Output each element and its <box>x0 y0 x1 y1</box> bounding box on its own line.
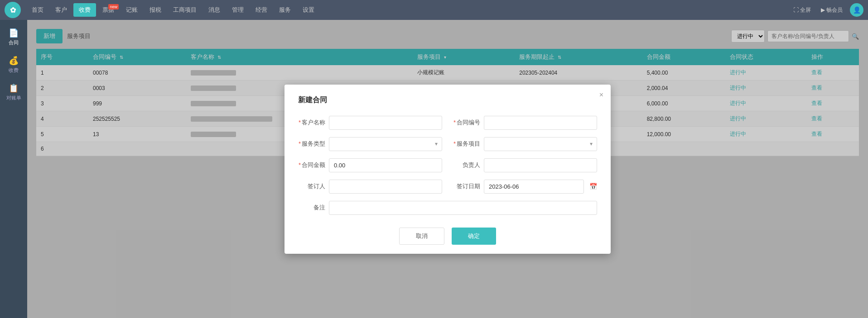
nav-message[interactable]: 消息 <box>203 3 226 17</box>
service-type-label: 服务类型 <box>298 140 325 148</box>
field-responsible: 负责人 <box>453 158 597 172</box>
nav-tax[interactable]: 报税 <box>144 3 167 17</box>
signer-label: 签订人 <box>298 182 325 190</box>
service-item-wrapper <box>484 137 597 151</box>
top-right-tools: ⛶ 全屏 ▶ 畅会员 👤 <box>791 3 863 17</box>
service-type-wrapper <box>329 137 442 151</box>
app-logo: ✿ <box>5 2 21 18</box>
sidebar-item-contract[interactable]: 📄 合同 <box>1 24 26 50</box>
modal-overlay: × 新建合同 客户名称 合同编号 服务类型 <box>27 20 868 318</box>
sign-date-input[interactable] <box>484 180 584 194</box>
fullscreen-button[interactable]: ⛶ 全屏 <box>791 5 814 15</box>
field-service-item: 服务项目 <box>453 137 597 151</box>
nav-fee[interactable]: 收费 <box>73 3 96 17</box>
field-sign-date: 签订日期 📅 <box>453 180 597 194</box>
nav-biz[interactable]: 工商项目 <box>168 3 202 17</box>
contract-no-input[interactable] <box>484 116 597 130</box>
calendar-icon[interactable]: 📅 <box>589 183 597 190</box>
statement-icon: 📋 <box>9 83 19 93</box>
contract-no-label: 合同编号 <box>453 119 480 127</box>
remark-input[interactable] <box>329 201 597 215</box>
modal-title: 新建合同 <box>298 95 597 105</box>
fee-icon: 💰 <box>9 56 19 66</box>
main-layout: 📄 合同 💰 收费 📋 对账单 新增 服务项目 进行中 已完成 已取消 🔍 <box>0 20 868 318</box>
nav-client[interactable]: 客户 <box>50 3 72 17</box>
member-button[interactable]: ▶ 畅会员 <box>818 5 845 15</box>
responsible-input[interactable] <box>484 158 597 172</box>
signer-input[interactable] <box>329 180 442 194</box>
modal-close-button[interactable]: × <box>599 91 603 99</box>
sidebar: 📄 合同 💰 收费 📋 对账单 <box>0 20 27 318</box>
field-amount: 合同金额 <box>298 158 442 172</box>
confirm-button[interactable]: 确定 <box>452 228 496 245</box>
fullscreen-icon: ⛶ <box>793 7 799 13</box>
member-label: 畅会员 <box>826 6 843 14</box>
field-contract-no: 合同编号 <box>453 116 597 130</box>
nav-settings[interactable]: 设置 <box>297 3 320 17</box>
new-contract-modal: × 新建合同 客户名称 合同编号 服务类型 <box>285 85 611 254</box>
modal-footer: 取消 确定 <box>298 228 597 245</box>
responsible-label: 负责人 <box>453 161 480 169</box>
sidebar-item-statement[interactable]: 📋 对账单 <box>1 80 26 105</box>
nav-admin[interactable]: 管理 <box>227 3 249 17</box>
field-remark: 备注 <box>298 201 597 215</box>
sign-date-label: 签订日期 <box>453 182 480 190</box>
fullscreen-label: 全屏 <box>800 6 811 14</box>
nav-bookkeeping[interactable]: 记账 <box>121 3 143 17</box>
client-name-label: 客户名称 <box>298 119 325 127</box>
sidebar-item-label-fee: 收费 <box>9 67 19 74</box>
service-type-select[interactable] <box>329 137 442 151</box>
new-badge: new <box>108 4 119 9</box>
amount-label: 合同金额 <box>298 161 325 169</box>
sidebar-item-fee[interactable]: 💰 收费 <box>1 52 26 77</box>
field-client-name: 客户名称 <box>298 116 442 130</box>
nav-home[interactable]: 首页 <box>26 3 49 17</box>
contract-icon: 📄 <box>9 28 19 38</box>
amount-input[interactable] <box>329 158 442 172</box>
sidebar-item-label-contract: 合同 <box>9 39 19 46</box>
nav-service[interactable]: 服务 <box>274 3 296 17</box>
nav-invoice[interactable]: 票据 new <box>97 3 120 17</box>
form-grid: 客户名称 合同编号 服务类型 <box>298 116 597 215</box>
member-icon: ▶ <box>821 7 825 13</box>
top-navigation: ✿ 首页 客户 收费 票据 new 记账 报税 工商项目 消息 管理 经营 服务… <box>0 0 868 20</box>
service-item-select[interactable] <box>484 137 597 151</box>
client-name-input[interactable] <box>329 116 442 130</box>
field-signer: 签订人 <box>298 180 442 194</box>
cancel-button[interactable]: 取消 <box>399 228 444 245</box>
content-area: 新增 服务项目 进行中 已完成 已取消 🔍 序号 合同编号 ⇅ <box>27 20 868 318</box>
field-service-type: 服务类型 <box>298 137 442 151</box>
service-item-label: 服务项目 <box>453 140 480 148</box>
nav-menu: 首页 客户 收费 票据 new 记账 报税 工商项目 消息 管理 经营 服务 设… <box>26 3 791 17</box>
nav-operation[interactable]: 经营 <box>250 3 273 17</box>
remark-label: 备注 <box>298 204 325 212</box>
sidebar-item-label-statement: 对账单 <box>6 95 21 101</box>
avatar[interactable]: 👤 <box>850 3 863 17</box>
